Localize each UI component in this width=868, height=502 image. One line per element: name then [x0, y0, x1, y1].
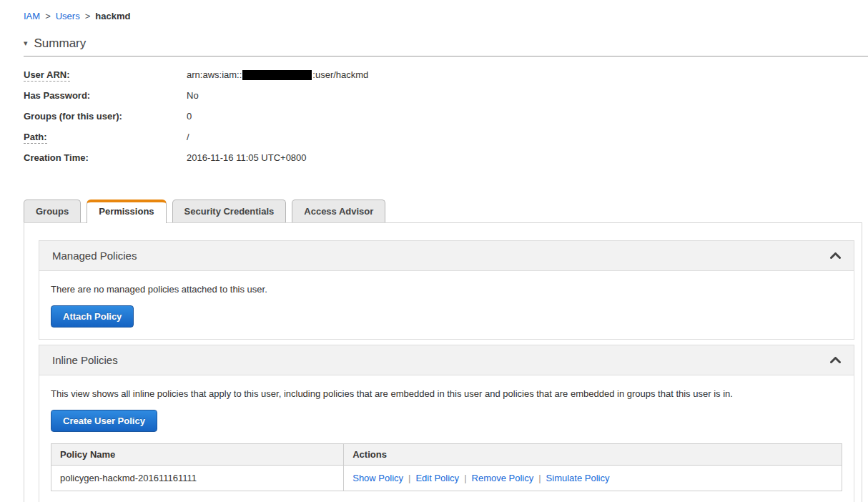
actions-column-header: Actions [344, 444, 842, 466]
has-password-label: Has Password: [24, 90, 90, 101]
policy-name-column-header: Policy Name [51, 444, 344, 466]
user-arn-label: User ARN: [24, 69, 70, 82]
collapse-chevron-icon[interactable] [830, 252, 841, 259]
table-row: policygen-hackmd-201611161111 Show Polic… [51, 466, 842, 491]
remove-policy-link[interactable]: Remove Policy [472, 473, 534, 483]
summary-section-toggle[interactable]: ▾Summary [24, 36, 868, 51]
collapse-triangle-icon: ▾ [24, 39, 28, 48]
breadcrumb-separator: > [85, 11, 91, 21]
breadcrumb-link-users[interactable]: Users [56, 11, 80, 21]
managed-policies-empty-text: There are no managed policies attached t… [51, 284, 842, 295]
summary-row-creation-time: Creation Time: 2016-11-16 11:05 UTC+0800 [24, 147, 368, 168]
tab-access-advisor[interactable]: Access Advisor [292, 200, 385, 222]
summary-row-has-password: Has Password: No [24, 85, 368, 106]
tab-groups[interactable]: Groups [24, 200, 81, 222]
action-separator: | [538, 473, 541, 483]
redacted-account-id [242, 70, 312, 80]
edit-policy-link[interactable]: Edit Policy [415, 473, 459, 483]
policy-name-cell: policygen-hackmd-201611161111 [51, 466, 344, 491]
permissions-tab-panel: Managed Policies There are no managed po… [24, 222, 862, 502]
creation-time-value: 2016-11-16 11:05 UTC+0800 [187, 147, 368, 168]
simulate-policy-link[interactable]: Simulate Policy [546, 473, 610, 483]
summary-row-path: Path: / [24, 127, 368, 147]
groups-count-label: Groups (for this user): [24, 111, 122, 122]
groups-count-value: 0 [187, 106, 368, 127]
breadcrumb-link-iam[interactable]: IAM [24, 11, 40, 21]
inline-policies-section: Inline Policies This view shows all inli… [39, 345, 854, 502]
create-user-policy-button[interactable]: Create User Policy [51, 410, 157, 432]
summary-divider [24, 56, 868, 56]
inline-policies-description: This view shows all inline policies that… [51, 388, 842, 399]
creation-time-label: Creation Time: [24, 152, 89, 163]
action-separator: | [408, 473, 410, 483]
inline-policies-title: Inline Policies [52, 354, 118, 366]
summary-row-user-arn: User ARN: arn:aws:iam:::user/hackmd [24, 64, 368, 85]
path-value: / [187, 127, 368, 147]
attach-policy-button[interactable]: Attach Policy [51, 305, 134, 328]
summary-fields: User ARN: arn:aws:iam:::user/hackmd Has … [24, 64, 368, 168]
has-password-value: No [187, 85, 368, 106]
collapse-chevron-icon[interactable] [830, 357, 841, 363]
policy-actions-cell: Show Policy|Edit Policy|Remove Policy|Si… [344, 466, 842, 491]
inline-policies-header[interactable]: Inline Policies [39, 345, 854, 375]
tab-security-credentials[interactable]: Security Credentials [172, 200, 287, 222]
breadcrumb-separator: > [45, 11, 51, 21]
inline-policies-table: Policy Name Actions policygen-hackmd-201… [51, 443, 842, 491]
user-arn-value: arn:aws:iam:::user/hackmd [187, 64, 368, 85]
table-header-row: Policy Name Actions [51, 444, 842, 466]
managed-policies-section: Managed Policies There are no managed po… [39, 240, 854, 340]
breadcrumb: IAM>Users>hackmd [0, 0, 868, 21]
action-separator: | [464, 473, 466, 483]
summary-title: Summary [34, 36, 87, 50]
breadcrumb-current-user: hackmd [95, 11, 130, 21]
summary-row-groups: Groups (for this user): 0 [24, 106, 368, 127]
managed-policies-title: Managed Policies [52, 250, 137, 262]
path-label: Path: [24, 132, 47, 144]
show-policy-link[interactable]: Show Policy [352, 473, 403, 483]
managed-policies-header[interactable]: Managed Policies [39, 241, 854, 271]
tab-bar: Groups Permissions Security Credentials … [24, 200, 868, 222]
tab-permissions[interactable]: Permissions [87, 200, 166, 223]
